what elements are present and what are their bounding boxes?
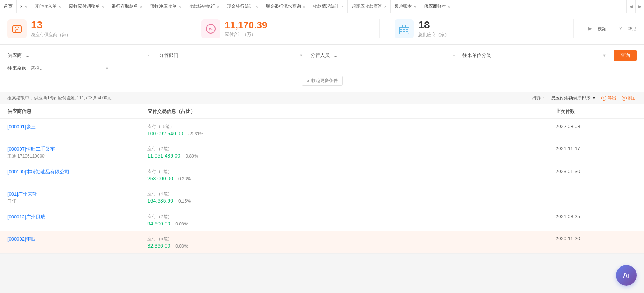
nav-tab-cash-bank-flow[interactable]: 现金银行流水查询 × [262, 0, 309, 13]
supplier-input[interactable] [25, 52, 148, 58]
trans-amount[interactable]: 94,600.00 [147, 221, 170, 227]
nav-tab-home[interactable]: 首页 [0, 0, 17, 13]
table-row[interactable]: [000002]李四 应付（5笔） 32,366.00 0.03% 2020-1… [0, 231, 644, 254]
nav-tab-prepay-verify-close[interactable]: × [178, 4, 181, 9]
trans-percent: 0.23% [178, 176, 191, 182]
svg-rect-5 [400, 29, 402, 30]
nav-tab-cash-bank-flow-close[interactable]: × [303, 4, 305, 9]
stat-block-3: 18 总供应商（家） [395, 19, 574, 38]
stat-icon-1 [7, 19, 27, 38]
supplier-link[interactable]: [000012]广州贝瑞 [7, 214, 147, 220]
nav-tab-collection-exec[interactable]: 收款核销执行 × [185, 0, 223, 13]
nav-tab-other-income-close[interactable]: × [59, 4, 61, 9]
trans-label: 应付（15笔） [147, 124, 556, 130]
supplier-link[interactable]: [000001]张三 [7, 124, 147, 130]
nav-tab-supplier-account-close[interactable]: × [448, 4, 450, 9]
dept-input[interactable] [182, 52, 300, 58]
trans-row: 164,635.90 0.15% [147, 198, 556, 204]
balance-input[interactable] [30, 65, 105, 71]
filter-person-input-wrap[interactable]: ··· [332, 52, 456, 59]
svg-rect-8 [400, 31, 402, 32]
refresh-button[interactable]: ↻ 刷新 [622, 95, 637, 101]
search-button[interactable]: 查询 [614, 50, 637, 61]
supplier-link[interactable]: [001]广州荣轩 [7, 191, 147, 197]
supplier-link[interactable]: [000100]本特勤油品有限公司 [7, 169, 147, 175]
nav-tab-cash-bank-stat-close[interactable]: × [255, 4, 258, 9]
trans-amount[interactable]: 11,051,486.00 [147, 153, 181, 159]
results-right: 排序： 按应付余额倒序排序 ▼ ↑ 导出 ↻ 刷新 [532, 95, 637, 101]
supplier-link[interactable]: [000002]李四 [7, 236, 147, 242]
filter-category-input-wrap[interactable]: ▼ [493, 52, 608, 59]
nav-tab-supplier-account[interactable]: 供应商账本 × [420, 0, 454, 13]
table-row-inner: [000001]张三 应付（15笔） 100,092,540.00 89.61%… [7, 124, 637, 137]
last-pay-date: 2023-01-30 [556, 169, 580, 174]
nav-tab-ap-adjust-close[interactable]: × [102, 4, 104, 9]
trans-amount[interactable]: 32,366.00 [147, 243, 170, 249]
nav-tab-customer-account-close[interactable]: × [414, 4, 416, 9]
export-icon: ↑ [601, 96, 606, 101]
nav-tab-overdue-query[interactable]: 超期应收款查询 × [348, 0, 391, 13]
transaction-cell: 应付（1笔） 258,000.00 0.23% [147, 169, 556, 182]
help-icon: ? [619, 26, 622, 32]
nav-tab-collection-exec-close[interactable]: × [217, 4, 219, 9]
transaction-cell: 应付（2笔） 94,600.00 0.08% [147, 214, 556, 227]
filter-dept-input-wrap[interactable]: ▼ [181, 52, 305, 59]
sort-value[interactable]: 按应付余额倒序排序 ▼ [551, 95, 596, 101]
nav-tab-3[interactable]: 3 × [17, 0, 31, 13]
nav-arrow-left[interactable]: ◀ [626, 0, 635, 13]
nav-tab-3-label: 3 [20, 4, 23, 9]
nav-tab-collection-stat-close[interactable]: × [341, 4, 343, 9]
table-row[interactable]: [000007]恒旺二手叉车 王通 17106110000 应付（2笔） 11,… [0, 141, 644, 164]
refresh-icon: ↻ [622, 96, 627, 101]
nav-tab-collection-exec-label: 收款核销执行 [189, 3, 215, 10]
collapse-label: 收起更多条件 [311, 77, 338, 84]
nav-tab-other-income[interactable]: 其他收入单 × [31, 0, 65, 13]
nav-tab-customer-account[interactable]: 客户账本 × [391, 0, 420, 13]
nav-tab-cash-bank-stat[interactable]: 现金银行统计 × [223, 0, 262, 13]
table-row[interactable]: [000012]广州贝瑞 应付（2笔） 94,600.00 0.08% 2021… [0, 209, 644, 231]
trans-amount[interactable]: 100,092,540.00 [147, 131, 183, 137]
help-link[interactable]: 帮助 [628, 26, 637, 32]
nav-tab-3-close[interactable]: × [25, 4, 27, 9]
table-row[interactable]: [001]广州荣轩 仔仔 应付（4笔） 164,635.90 0.15% [0, 186, 644, 209]
supplier-cell: [000002]李四 [7, 236, 147, 242]
nav-arrow-right[interactable]: ▶ [635, 0, 644, 13]
collapse-button[interactable]: ∧ 收起更多条件 [302, 76, 343, 86]
table-row[interactable]: [000100]本特勤油品有限公司 应付（1笔） 258,000.00 0.23… [0, 164, 644, 186]
transaction-cell: 应付（5笔） 32,366.00 0.03% [147, 236, 556, 249]
stat-label-1: 总应付供应商（家） [31, 32, 71, 38]
svg-rect-12 [405, 25, 406, 28]
category-input[interactable] [495, 52, 603, 58]
nav-tab-collection-stat[interactable]: 收款情况统计 × [309, 0, 347, 13]
filter-balance-input-wrap[interactable]: ▼ [29, 65, 111, 72]
filter-person: 分管人员 ··· [311, 52, 456, 59]
stat-icon-3 [395, 19, 414, 38]
nav-tab-overdue-query-close[interactable]: × [384, 4, 386, 9]
nav-arrows: ◀ ▶ [626, 0, 644, 13]
video-link[interactable]: 视频 [598, 26, 606, 32]
stat-text-2: 11,170.39 应付合计（万） [225, 20, 267, 38]
supplier-link[interactable]: [000007]恒旺二手叉车 [7, 146, 147, 152]
last-pay-date: 2021-11-17 [556, 146, 580, 151]
trans-amount[interactable]: 164,635.90 [147, 198, 173, 204]
filter-supplier-input-wrap[interactable]: ··· [24, 52, 153, 59]
nav-tab-collection-stat-label: 收款情况统计 [313, 3, 339, 10]
export-button[interactable]: ↑ 导出 [601, 95, 616, 101]
nav-tab-bank-deposit[interactable]: 银行存取款单 × [108, 0, 146, 13]
filter-row-1: 供应商 ··· 分管部门 ▼ 分管人员 ··· 往来单位分类 [7, 50, 637, 61]
svg-text:¥: ¥ [209, 28, 211, 31]
stat-num-1: 13 [31, 20, 71, 31]
nav-tab-bank-deposit-close[interactable]: × [140, 4, 142, 9]
col-header-transaction: 应付交易信息（占比） [147, 108, 556, 115]
nav-tab-ap-adjust[interactable]: 应收应付调整单 × [65, 0, 108, 13]
stat-label-2: 应付合计（万） [225, 31, 267, 38]
trans-label: 应付（4笔） [147, 191, 556, 197]
trans-percent: 0.15% [178, 199, 191, 204]
stat-block-2: ¥ 11,170.39 应付合计（万） [201, 19, 380, 38]
trans-amount[interactable]: 258,000.00 [147, 176, 173, 182]
nav-tab-prepay-verify[interactable]: 预收冲应收单 × [146, 0, 185, 13]
table-row[interactable]: [000001]张三 应付（15笔） 100,092,540.00 89.61%… [0, 119, 644, 141]
lastpay-cell: 2021-03-25 [556, 214, 637, 219]
supplier-input-dots: ··· [148, 53, 151, 58]
person-input[interactable] [333, 52, 451, 58]
